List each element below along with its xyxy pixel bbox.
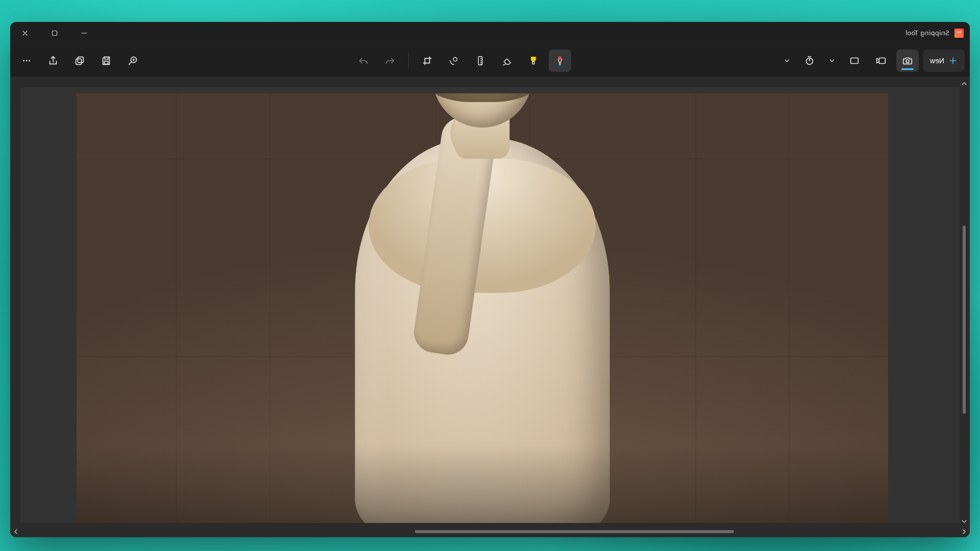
scroll-right-button[interactable] [12, 528, 19, 535]
app-title: Snipping Tool [905, 29, 949, 37]
zoom-button[interactable] [121, 49, 144, 72]
shapes-tool-button[interactable] [443, 49, 465, 72]
svg-point-7 [454, 57, 457, 61]
svg-rect-13 [78, 57, 83, 62]
app-icon [954, 29, 964, 38]
close-icon [22, 30, 28, 36]
camera-icon [902, 55, 913, 66]
snip-shape-button[interactable] [843, 49, 866, 72]
eraser-tool-button[interactable] [496, 49, 518, 72]
canvas-area [10, 77, 970, 537]
zoom-icon [127, 55, 138, 66]
highlighter-tool-button[interactable] [522, 49, 545, 72]
new-snip-button[interactable]: New [923, 49, 965, 72]
record-icon [875, 55, 887, 66]
horizontal-scroll-track[interactable] [20, 530, 960, 533]
history-group [352, 49, 401, 72]
svg-rect-0 [53, 31, 57, 35]
shapes-icon [448, 55, 459, 66]
undo-button[interactable] [379, 49, 401, 72]
svg-point-1 [906, 59, 909, 62]
minimize-icon [81, 30, 87, 36]
svg-rect-3 [851, 58, 859, 63]
plus-icon [948, 56, 958, 65]
delay-button[interactable] [798, 49, 821, 72]
toolbar: New [10, 44, 970, 77]
caret-down-icon [962, 519, 967, 524]
save-button[interactable] [95, 49, 117, 72]
svg-point-8 [450, 60, 451, 61]
copy-button[interactable] [68, 49, 91, 72]
minimize-button[interactable] [69, 22, 99, 44]
undo-icon [384, 55, 396, 66]
chevron-down-icon [783, 57, 791, 64]
rectangle-icon [849, 55, 860, 66]
captured-image[interactable] [77, 93, 888, 523]
timer-icon [804, 55, 815, 66]
scroll-left-button[interactable] [961, 528, 968, 535]
more-icon [21, 55, 32, 66]
caret-left-icon [962, 529, 967, 534]
vertical-scroll-track[interactable] [963, 88, 966, 517]
titlebar[interactable]: Snipping Tool [10, 22, 970, 44]
delay-group [780, 49, 821, 72]
svg-rect-12 [76, 59, 82, 64]
svg-point-9 [454, 64, 455, 65]
redo-button[interactable] [352, 49, 375, 72]
crop-icon [422, 55, 433, 66]
canvas[interactable] [20, 87, 960, 523]
highlighter-icon [528, 55, 539, 66]
vertical-scroll-thumb[interactable] [963, 226, 966, 414]
record-mode-button[interactable] [870, 49, 892, 72]
action-group [15, 49, 144, 72]
delay-chevron[interactable] [780, 49, 794, 72]
save-icon [101, 55, 112, 66]
ruler-tool-button[interactable] [469, 49, 492, 72]
share-icon [47, 55, 59, 66]
maximize-icon [52, 30, 58, 36]
chevron-down-icon [828, 57, 836, 64]
pen-icon [554, 55, 566, 66]
scroll-down-button[interactable] [961, 518, 968, 525]
ruler-icon [475, 55, 486, 66]
screenshot-mode-button[interactable] [896, 49, 919, 72]
capture-mode-group [870, 49, 919, 72]
annotation-tools [416, 49, 571, 72]
horizontal-scroll-thumb[interactable] [415, 530, 734, 533]
app-window: Snipping Tool New [10, 22, 970, 537]
new-label: New [930, 57, 944, 65]
pen-tool-button[interactable] [549, 49, 571, 72]
active-mode-underline [901, 68, 914, 70]
more-button[interactable] [15, 49, 38, 72]
caret-right-icon [13, 529, 18, 534]
share-button[interactable] [42, 49, 64, 72]
horizontal-scrollbar[interactable] [12, 528, 968, 535]
snip-shape-group [825, 49, 866, 72]
caret-up-icon [962, 81, 967, 86]
crop-tool-button[interactable] [416, 49, 438, 72]
snip-shape-chevron[interactable] [825, 49, 839, 72]
svg-rect-2 [879, 58, 885, 63]
copy-icon [74, 55, 85, 66]
svg-rect-11 [104, 61, 108, 64]
svg-point-15 [26, 60, 28, 61]
eraser-icon [501, 55, 512, 66]
redo-icon [358, 55, 369, 66]
svg-point-16 [23, 60, 24, 61]
vertical-scrollbar[interactable] [961, 80, 968, 525]
toolbar-divider [408, 53, 409, 68]
svg-point-14 [29, 60, 30, 61]
close-button[interactable] [10, 22, 40, 44]
maximize-button[interactable] [40, 22, 69, 44]
window-controls [10, 22, 99, 44]
scroll-up-button[interactable] [961, 80, 968, 87]
svg-point-5 [503, 64, 504, 65]
image-vignette [77, 445, 888, 523]
